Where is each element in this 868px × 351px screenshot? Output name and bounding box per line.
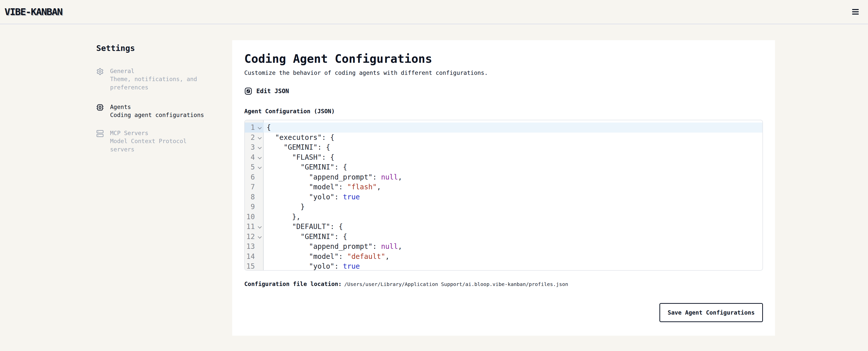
hamburger-icon <box>852 13 859 14</box>
sidebar-item-general[interactable]: General Theme, notifications, and prefer… <box>96 67 232 92</box>
checked-square-icon[interactable] <box>244 87 252 95</box>
editor-line[interactable]: 13 "append_prompt": null, <box>245 242 763 252</box>
sidebar-item-description: Coding agent configurations <box>110 111 211 119</box>
editor-label: Agent Configuration (JSON) <box>244 108 763 115</box>
cpu-icon <box>96 104 104 119</box>
code-line[interactable]: "GEMINI": { <box>264 142 763 152</box>
editor-lines: 1{2 "executors": {3 "GEMINI": {4 "FLASH"… <box>245 120 763 271</box>
line-number: 1 <box>245 122 258 133</box>
config-file-location-label: Configuration file location: <box>244 281 342 287</box>
editor-line[interactable]: 11 "DEFAULT": { <box>245 222 763 232</box>
editor-line[interactable]: 4 "FLASH": { <box>245 152 763 163</box>
editor-line[interactable]: 9 } <box>245 202 763 212</box>
line-number: 15 <box>245 261 258 271</box>
line-number: 2 <box>245 133 258 143</box>
app-logo[interactable]: VIBE-KANBAN <box>4 6 62 17</box>
chevron-down-icon[interactable] <box>258 162 264 172</box>
chevron-down-icon[interactable] <box>258 152 264 163</box>
hamburger-icon <box>852 11 859 12</box>
sidebar-item-mcp-servers[interactable]: MCP Servers Model Context Protocol serve… <box>96 129 232 154</box>
editor-gutter: 11 <box>245 222 264 232</box>
menu-button[interactable] <box>849 6 862 18</box>
code-line[interactable]: "executors": { <box>264 133 763 143</box>
code-line[interactable]: "FLASH": { <box>264 152 763 163</box>
page-title: Coding Agent Configurations <box>244 52 763 66</box>
hamburger-icon <box>852 9 859 10</box>
code-line[interactable]: "model": "flash", <box>264 182 763 192</box>
settings-sidebar: Settings General Theme, notifications, a… <box>93 24 232 154</box>
fold-spacer <box>258 212 264 222</box>
code-line[interactable]: "GEMINI": { <box>264 232 763 242</box>
code-line[interactable]: } <box>264 202 763 212</box>
sidebar-item-label: General <box>110 67 211 75</box>
line-number: 10 <box>245 212 258 222</box>
line-number: 8 <box>245 192 258 202</box>
line-number: 11 <box>245 222 258 232</box>
line-number: 9 <box>245 202 258 212</box>
edit-json-toggle[interactable]: Edit JSON <box>244 87 763 95</box>
line-number: 7 <box>245 182 258 192</box>
editor-gutter: 9 <box>245 202 264 212</box>
sidebar-title: Settings <box>96 43 232 53</box>
chevron-down-icon[interactable] <box>258 122 264 133</box>
json-editor[interactable]: 1{2 "executors": {3 "GEMINI": {4 "FLASH"… <box>244 120 763 271</box>
line-number: 6 <box>245 172 258 182</box>
app-header: VIBE-KANBAN <box>0 0 868 24</box>
code-line[interactable]: "GEMINI": { <box>264 162 763 172</box>
config-file-path: /Users/user/Library/Application Support/… <box>344 281 568 287</box>
code-line[interactable]: "yolo": true <box>264 261 763 271</box>
chevron-down-icon[interactable] <box>258 133 264 143</box>
editor-line[interactable]: 12 "GEMINI": { <box>245 232 763 242</box>
config-file-location: Configuration file location:/Users/user/… <box>244 281 763 287</box>
editor-gutter: 12 <box>245 232 264 242</box>
editor-line[interactable]: 2 "executors": { <box>245 133 763 143</box>
sidebar-item-description: Theme, notifications, and preferences <box>110 75 211 92</box>
editor-line[interactable]: 8 "yolo": true <box>245 192 763 202</box>
line-number: 13 <box>245 242 258 252</box>
editor-line[interactable]: 3 "GEMINI": { <box>245 142 763 152</box>
agent-configurations-panel: Coding Agent Configurations Customize th… <box>232 40 775 336</box>
chevron-down-icon[interactable] <box>258 222 264 232</box>
chevron-down-icon[interactable] <box>258 232 264 242</box>
editor-gutter: 10 <box>245 212 264 222</box>
edit-json-label: Edit JSON <box>256 87 289 95</box>
code-line[interactable]: "DEFAULT": { <box>264 222 763 232</box>
chevron-down-icon[interactable] <box>258 142 264 152</box>
editor-gutter: 13 <box>245 242 264 252</box>
code-line[interactable]: "append_prompt": null, <box>264 242 763 252</box>
line-number: 12 <box>245 232 258 242</box>
editor-line[interactable]: 6 "append_prompt": null, <box>245 172 763 182</box>
editor-line[interactable]: 7 "model": "flash", <box>245 182 763 192</box>
editor-line[interactable]: 1{ <box>245 122 763 133</box>
fold-spacer <box>258 192 264 202</box>
editor-gutter: 4 <box>245 152 264 163</box>
code-line[interactable]: "model": "default", <box>264 252 763 261</box>
sidebar-item-label: Agents <box>110 103 211 111</box>
editor-line[interactable]: 10 }, <box>245 212 763 222</box>
fold-spacer <box>258 182 264 192</box>
code-line[interactable]: }, <box>264 212 763 222</box>
editor-line[interactable]: 5 "GEMINI": { <box>245 162 763 172</box>
sidebar-item-description: Model Context Protocol servers <box>110 137 211 154</box>
editor-gutter: 8 <box>245 192 264 202</box>
fold-spacer <box>258 172 264 182</box>
sidebar-item-label: MCP Servers <box>110 129 211 137</box>
code-line[interactable]: "yolo": true <box>264 192 763 202</box>
editor-gutter: 5 <box>245 162 264 172</box>
save-row: Save Agent Configurations <box>244 303 763 322</box>
editor-gutter: 14 <box>245 252 264 261</box>
editor-line[interactable]: 14 "model": "default", <box>245 252 763 261</box>
editor-gutter: 7 <box>245 182 264 192</box>
fold-spacer <box>258 242 264 252</box>
code-line[interactable]: { <box>264 122 763 133</box>
sidebar-item-agents[interactable]: Agents Coding agent configurations <box>96 103 232 119</box>
page-subtitle: Customize the behavior of coding agents … <box>244 69 763 77</box>
fold-spacer <box>258 261 264 271</box>
editor-line[interactable]: 15 "yolo": true <box>245 261 763 271</box>
save-agent-configurations-button[interactable]: Save Agent Configurations <box>659 303 763 322</box>
line-number: 4 <box>245 152 258 163</box>
settings-page: Settings General Theme, notifications, a… <box>93 24 775 336</box>
settings-nav: General Theme, notifications, and prefer… <box>96 67 232 154</box>
line-number: 5 <box>245 162 258 172</box>
code-line[interactable]: "append_prompt": null, <box>264 172 763 182</box>
